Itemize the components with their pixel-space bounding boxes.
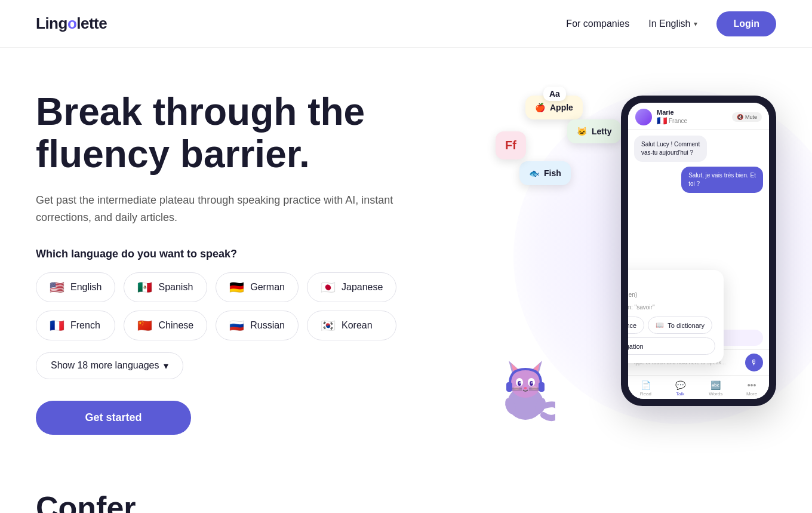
lang-label-english: English <box>70 282 102 293</box>
lang-btn-spanish[interactable]: 🇲🇽 Spanish <box>124 272 207 302</box>
talk-icon: 💬 <box>675 380 685 390</box>
lang-btn-korean[interactable]: 🇰🇷 Korean <box>307 311 396 340</box>
pronounce-button[interactable]: ▶ Pronounce <box>628 317 644 334</box>
dict-action-buttons: ▶ Pronounce 📖 To dictionary <box>628 317 715 334</box>
lang-label-chinese: Chinese <box>158 320 193 331</box>
hero-left: Break through the fluency barrier. Get p… <box>36 91 394 434</box>
logo-dot: o <box>67 14 76 32</box>
france-flag: 🇫🇷 <box>657 116 667 125</box>
flag-japanese: 🇯🇵 <box>321 280 336 294</box>
get-started-button[interactable]: Get started <box>36 401 191 435</box>
chat-bubble-received-1: Salut Lucy ! Commentvas-tu aujourd'hui ? <box>634 136 707 162</box>
logo: Lingolette <box>36 14 107 33</box>
chevron-down-icon: ▾ <box>694 20 697 28</box>
flashcard-fish: 🐟 Fish <box>519 161 571 185</box>
svg-point-10 <box>519 382 521 384</box>
lang-label-korean: Korean <box>342 320 373 331</box>
dictionary-button[interactable]: 📖 To dictionary <box>648 317 712 334</box>
phone-bottom-tabs: 📄 Read 💬 Talk 🔤 Words ••• <box>628 375 769 399</box>
svg-point-8 <box>518 381 521 386</box>
flag-spanish: 🇲🇽 <box>137 280 152 294</box>
book-icon: 📖 <box>656 321 664 329</box>
chevron-down-icon: ▾ <box>164 360 168 371</box>
hero-right: 🍎 Apple 🐱 Letty 🐟 Fish Ff LI Aa Marie <box>490 84 776 442</box>
mic-button[interactable]: 🎙 <box>745 354 763 371</box>
phone-chat-header: Marie 🇫🇷 France 🔇 Mute <box>628 103 769 130</box>
tab-words[interactable]: 🔤 Words <box>709 380 722 397</box>
phone-user-info: Marie 🇫🇷 France <box>657 109 687 125</box>
words-icon: 🔤 <box>710 380 721 390</box>
cat-icon: 🐱 <box>577 127 587 136</box>
nav: For companies In English ▾ Login <box>566 11 776 36</box>
conjugation-button[interactable]: 🔤 Conjugation <box>628 337 715 355</box>
lang-label-spanish: Spanish <box>158 282 193 293</box>
dict-meta: (fr → en) <box>628 291 637 298</box>
dict-word: sais <box>628 278 715 287</box>
phone-mockup: Marie 🇫🇷 France 🔇 Mute <box>621 96 776 406</box>
svg-point-11 <box>531 382 533 384</box>
bottom-teaser: Confer... <box>0 466 812 513</box>
tab-read[interactable]: 📄 Read <box>640 380 651 397</box>
bottom-teaser-title: Confer... <box>36 490 776 513</box>
language-selector[interactable]: In English ▾ <box>648 19 697 29</box>
flag-english: 🇺🇸 <box>50 280 64 294</box>
dict-basic-form: verb, basic form: "savoir" <box>628 304 715 311</box>
flag-russian: 🇷🇺 <box>229 318 244 333</box>
tab-more[interactable]: ••• More <box>746 380 757 397</box>
lang-btn-french[interactable]: 🇫🇷 French <box>36 311 115 340</box>
phone-user-country: France <box>669 118 687 124</box>
avatar <box>635 109 652 125</box>
phone-screen: Marie 🇫🇷 France 🔇 Mute <box>628 103 769 399</box>
lang-btn-japanese[interactable]: 🇯🇵 Japanese <box>307 272 396 302</box>
svg-point-12 <box>524 387 527 389</box>
login-button[interactable]: Login <box>716 11 776 36</box>
svg-point-9 <box>530 381 533 386</box>
svg-rect-19 <box>506 382 512 392</box>
lang-label-german: German <box>250 282 285 293</box>
hero-section: Break through the fluency barrier. Get p… <box>0 48 812 466</box>
flag-chinese: 🇨🇳 <box>137 318 152 333</box>
header: Lingolette For companies In English ▾ Lo… <box>0 0 812 48</box>
hero-title: Break through the fluency barrier. <box>36 91 394 175</box>
lang-btn-russian[interactable]: 🇷🇺 Russian <box>216 311 299 340</box>
mute-button[interactable]: 🔇 Mute <box>732 112 762 122</box>
hero-subtitle: Get past the intermediate plateau throug… <box>36 192 394 226</box>
read-icon: 📄 <box>641 380 651 390</box>
dictionary-popup: sais know (fr → en) verb, basic form: "s… <box>628 270 724 363</box>
flag-french: 🇫🇷 <box>50 318 64 333</box>
lang-label-japanese: Japanese <box>342 282 383 293</box>
nav-companies[interactable]: For companies <box>566 19 629 29</box>
cat-mascot <box>496 352 555 424</box>
flashcard-letty: 🐱 Letty <box>567 119 621 143</box>
apple-icon: 🍎 <box>535 103 545 112</box>
svg-rect-20 <box>539 382 545 392</box>
language-grid: 🇺🇸 English 🇲🇽 Spanish 🇩🇪 German 🇯🇵 Japan… <box>36 272 394 340</box>
aa-badge: Aa <box>543 87 566 101</box>
show-more-label: Show 18 more languages <box>51 360 159 371</box>
tab-talk[interactable]: 💬 Talk <box>675 380 685 397</box>
lang-selector-label: In English <box>648 19 690 29</box>
more-icon: ••• <box>748 380 756 390</box>
fish-icon: 🐟 <box>529 168 539 178</box>
flashcard-ff: Ff <box>496 131 526 159</box>
lang-btn-english[interactable]: 🇺🇸 English <box>36 272 115 302</box>
lang-label-russian: Russian <box>250 320 285 331</box>
show-more-languages-button[interactable]: Show 18 more languages ▾ <box>36 352 183 379</box>
phone-user-name: Marie <box>657 109 687 116</box>
which-language-prompt: Which language do you want to speak? <box>36 248 394 260</box>
lang-btn-chinese[interactable]: 🇨🇳 Chinese <box>124 311 207 340</box>
lang-label-french: French <box>70 320 100 331</box>
lang-btn-german[interactable]: 🇩🇪 German <box>216 272 299 302</box>
flag-german: 🇩🇪 <box>229 280 244 294</box>
chat-bubble-sent-1: Salut, je vais très bien. Ettoi ? <box>681 167 763 193</box>
flag-korean: 🇰🇷 <box>321 318 336 333</box>
